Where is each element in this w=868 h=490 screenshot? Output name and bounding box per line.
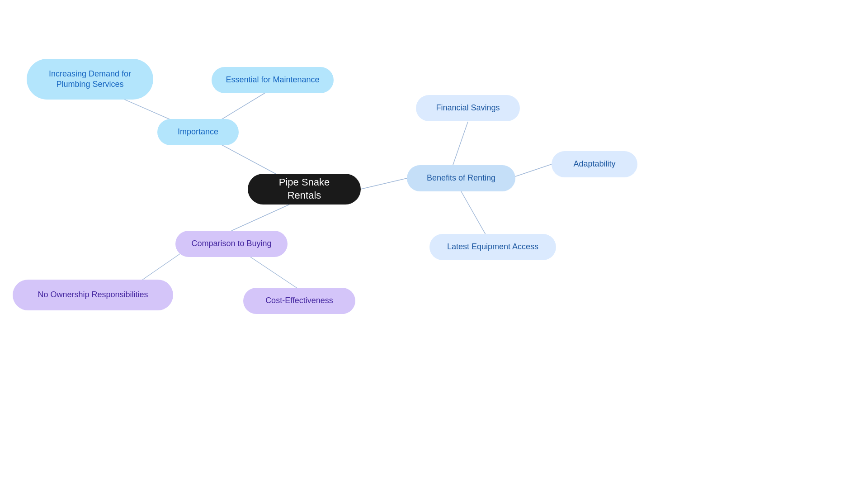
svg-line-3	[361, 178, 407, 189]
svg-line-2	[217, 89, 271, 122]
latest-equipment-node: Latest Equipment Access	[429, 234, 556, 260]
increasing-demand-node: Increasing Demand for Plumbing Services	[27, 59, 153, 100]
svg-line-5	[515, 164, 552, 176]
no-ownership-node: No Ownership Responsibilities	[13, 280, 173, 310]
svg-line-7	[231, 205, 289, 231]
adaptability-node: Adaptability	[552, 151, 637, 177]
benefits-renting-node: Benefits of Renting	[407, 165, 515, 191]
center-node: Pipe Snake Rentals	[248, 174, 361, 205]
importance-node: Importance	[157, 119, 239, 145]
essential-maintenance-node: Essential for Maintenance	[212, 67, 334, 93]
cost-effectiveness-node: Cost-Effectiveness	[243, 288, 355, 314]
financial-savings-node: Financial Savings	[416, 95, 520, 121]
svg-line-4	[452, 122, 468, 167]
comparison-buying-node: Comparison to Buying	[175, 231, 288, 257]
